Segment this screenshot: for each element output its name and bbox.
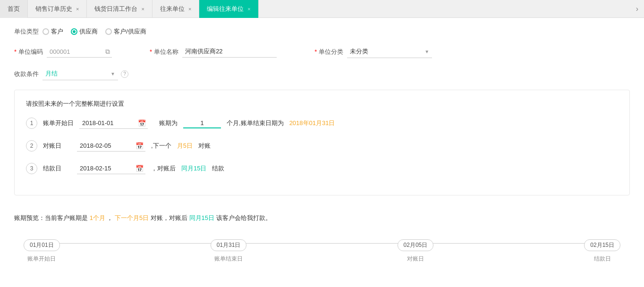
preview-highlight2: 下一个月5日 — [115, 214, 149, 221]
node-pill-2: 01月31日 — [211, 239, 247, 251]
payment-date-input: 📅 — [77, 163, 145, 174]
unit-name-group: * 单位名称 — [150, 46, 277, 58]
radio-label-customer-supplier: 客户/供应商 — [114, 27, 146, 36]
settings-row-1: 1 账单开始日 📅 账期为 个月,账单结束日期为 2018年01月31日 — [26, 118, 618, 129]
node-pill-1: 01月01日 — [24, 239, 60, 251]
preview-highlight1: 1个月 — [90, 214, 105, 221]
timeline-node-3: 02月05日 对账日 — [398, 239, 434, 263]
radio-customer-supplier[interactable]: 客户/供应商 — [105, 27, 146, 36]
tab-more-button[interactable]: › — [630, 5, 644, 13]
required-star-name: * — [150, 48, 152, 55]
required-star: * — [14, 48, 17, 55]
preview-suffix: 该客户会给我打款。 — [216, 214, 271, 221]
tab-partner-units[interactable]: 往来单位 × — [153, 0, 199, 18]
node-label-3: 对账日 — [407, 255, 424, 263]
tab-bar: 首页 销售订单历史 × 钱货日清工作台 × 往来单位 × 编辑往来单位 × › — [0, 0, 644, 18]
settings-row-3: 3 结款日 📅 ，对账后 同月15日 结款 — [26, 163, 618, 174]
row-label-payment: 结款日 — [43, 164, 71, 173]
preview-prefix: 账期预览：当前客户账期是 — [14, 214, 88, 221]
node-label-2: 账单结束日 — [214, 255, 243, 263]
reconcile-desc-prefix: ,下一个 — [151, 142, 171, 150]
required-star-category: * — [314, 48, 317, 55]
radio-customer[interactable]: 客户 — [42, 27, 63, 36]
settings-section: 请按照未来的一个完整帐期进行设置 1 账单开始日 📅 账期为 个月,账单结束日期… — [14, 90, 630, 195]
row-label-reconcile: 对账日 — [43, 142, 71, 150]
row-label-bill-start: 账单开始日 — [43, 119, 74, 127]
close-icon[interactable]: × — [141, 6, 144, 12]
preview-highlight3: 同月15日 — [189, 214, 214, 221]
unit-type-radio-group: 客户 供应商 客户/供应商 — [42, 27, 146, 36]
payment-terms-value: 月结 — [45, 69, 107, 78]
unit-info-row: * 单位编码 ⧉ * 单位名称 * 单位分类 未分类 ▼ — [14, 45, 630, 58]
payment-desc-suffix: 结款 — [212, 164, 224, 173]
chevron-down-icon-payment: ▼ — [110, 71, 115, 76]
payment-terms-label: 收款条件 — [14, 70, 39, 78]
reconcile-highlight: 月5日 — [177, 142, 193, 150]
close-icon[interactable]: × — [76, 6, 79, 12]
timeline: 01月01日 账单开始日 01月31日 账单结束日 02月05日 对账日 02月… — [14, 235, 630, 282]
bill-start-date-input: 📅 — [79, 118, 148, 129]
reconcile-date-input: 📅 — [77, 140, 145, 152]
node-label-1: 账单开始日 — [27, 255, 56, 263]
preview-middle2: 对账，对账后 — [151, 214, 187, 221]
payment-terms-group: 收款条件 月结 ▼ ? — [14, 68, 128, 80]
payment-desc-prefix: ，对账后 — [151, 164, 176, 173]
row-number-3: 3 — [26, 163, 37, 174]
node-pill-3: 02月05日 — [398, 239, 434, 251]
row-number-2: 2 — [26, 140, 37, 152]
tab-cash-flow-workbench[interactable]: 钱货日清工作台 × — [87, 0, 152, 18]
calendar-icon-2[interactable]: 📅 — [134, 141, 145, 151]
period-value-input[interactable] — [183, 118, 221, 128]
tab-edit-partner-unit[interactable]: 编辑往来单位 × — [199, 0, 258, 18]
help-icon[interactable]: ? — [121, 70, 128, 78]
section-title: 请按照未来的一个完整帐期进行设置 — [26, 100, 618, 108]
period-for-label: 账期为 — [159, 119, 178, 127]
radio-supplier[interactable]: 供应商 — [71, 27, 98, 36]
node-label-4: 结款日 — [594, 255, 611, 263]
timeline-line — [33, 243, 611, 244]
row-number-1: 1 — [26, 118, 37, 129]
preview-middle1: ， — [107, 214, 113, 221]
period-end-date: 2018年01月31日 — [289, 119, 335, 127]
timeline-node-4: 02月15日 结款日 — [584, 239, 620, 263]
radio-label-supplier: 供应商 — [79, 27, 98, 36]
unit-category-select[interactable]: 未分类 ▼ — [347, 45, 432, 58]
calendar-icon-3[interactable]: 📅 — [134, 164, 145, 173]
copy-icon[interactable]: ⧉ — [103, 47, 112, 57]
node-pill-4: 02月15日 — [584, 239, 620, 251]
unit-type-group: 单位类型 客户 供应商 客户/供应商 — [14, 27, 146, 36]
chevron-down-icon: ▼ — [424, 49, 429, 54]
period-unit-label: 个月,账单结束日期为 — [227, 119, 284, 127]
radio-circle-supplier — [71, 28, 77, 35]
unit-code-input-wrapper: ⧉ — [47, 46, 112, 58]
preview-text: 账期预览：当前客户账期是 1个月 ， 下一个月5日 对账，对账后 同月15日 该… — [14, 212, 630, 223]
radio-circle-customer — [42, 28, 49, 35]
unit-name-input[interactable] — [182, 46, 277, 58]
unit-category-value: 未分类 — [350, 47, 421, 56]
unit-category-group: * 单位分类 未分类 ▼ — [314, 45, 432, 58]
payment-highlight: 同月15日 — [181, 164, 206, 173]
settings-row-2: 2 对账日 📅 ,下一个 月5日 对账 — [26, 140, 618, 152]
reconcile-desc-suffix: 对账 — [198, 142, 211, 150]
reconcile-date-field[interactable] — [77, 140, 134, 151]
close-icon[interactable]: × — [188, 6, 191, 12]
unit-type-label: 单位类型 — [14, 27, 39, 36]
unit-code-group: * 单位编码 ⧉ — [14, 46, 112, 58]
tab-sales-order-history[interactable]: 销售订单历史 × — [28, 0, 87, 18]
close-icon[interactable]: × — [247, 6, 250, 12]
unit-category-label: 单位分类 — [319, 48, 343, 56]
radio-circle-customer-supplier — [105, 28, 112, 35]
unit-name-label: 单位名称 — [154, 48, 178, 56]
payment-date-field[interactable] — [77, 163, 134, 174]
payment-terms-row: 收款条件 月结 ▼ ? — [14, 68, 630, 80]
tab-home[interactable]: 首页 — [0, 0, 28, 18]
unit-type-row: 单位类型 客户 供应商 客户/供应商 — [14, 27, 630, 36]
radio-label-customer: 客户 — [51, 27, 63, 36]
bill-start-date-field[interactable] — [79, 118, 136, 128]
timeline-node-1: 01月01日 账单开始日 — [24, 239, 60, 263]
payment-terms-select[interactable]: 月结 ▼ — [42, 68, 118, 80]
calendar-icon-1[interactable]: 📅 — [136, 118, 148, 128]
unit-code-label: 单位编码 — [18, 48, 43, 56]
unit-code-input[interactable] — [47, 46, 103, 57]
timeline-node-2: 01月31日 账单结束日 — [211, 239, 247, 263]
